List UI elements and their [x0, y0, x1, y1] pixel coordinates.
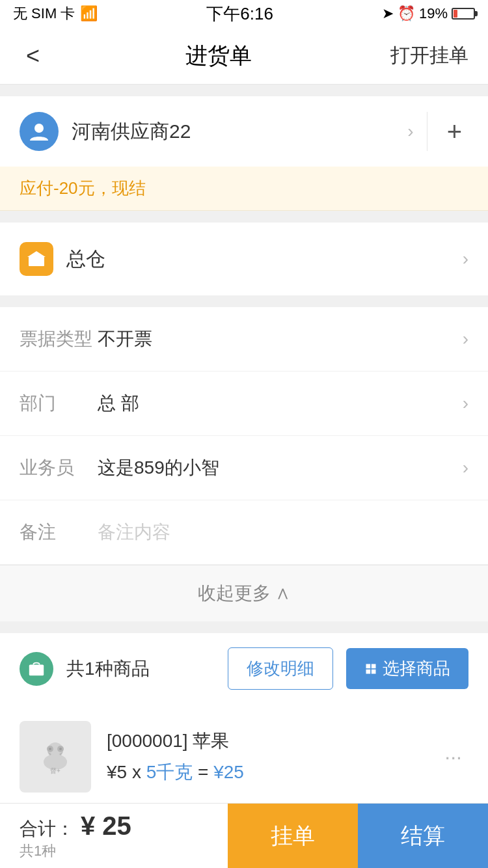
- warehouse-section: 总仓 ›: [0, 223, 488, 295]
- notice-bar: 应付-20元，现结: [0, 167, 488, 211]
- svg-rect-7: [366, 669, 371, 673]
- svg-rect-6: [372, 664, 376, 668]
- add-supplier-button[interactable]: +: [441, 117, 468, 146]
- invoice-value: 不开票: [98, 327, 463, 351]
- salesperson-value: 这是859的小智: [98, 455, 463, 480]
- nav-bar: < 进货单 打开挂单: [0, 27, 488, 85]
- svg-point-0: [34, 124, 44, 133]
- price-equals: =: [198, 762, 213, 782]
- remark-value[interactable]: 备注内容: [98, 520, 468, 545]
- wifi-icon: 📶: [80, 5, 98, 22]
- status-time: 下午6:16: [206, 3, 273, 25]
- warehouse-icon: [20, 242, 53, 276]
- collapse-label: 收起更多 ∧: [198, 583, 291, 603]
- product-name: [0000001] 苹果: [107, 729, 438, 753]
- svg-marker-2: [27, 251, 46, 257]
- top-divider: [0, 85, 488, 96]
- products-count: 共1种商品: [66, 657, 215, 681]
- price-unit: ¥5 x: [107, 762, 146, 782]
- supplier-divider: [427, 112, 427, 151]
- divider-1: [0, 211, 488, 223]
- dept-value: 总 部: [98, 391, 463, 416]
- svg-rect-4: [29, 664, 44, 675]
- price-total: ¥25: [213, 762, 244, 782]
- dept-label: 部门: [20, 391, 98, 416]
- status-right: ➤ ⏰ 19%: [382, 5, 475, 22]
- salesperson-label: 业务员: [20, 455, 98, 480]
- supplier-chevron: ›: [407, 121, 413, 142]
- select-product-button[interactable]: 选择商品: [346, 648, 468, 689]
- product-item: 督+ [0000001] 苹果 ¥5 x 5千克 = ¥25 ···: [0, 705, 488, 808]
- form-section: 票据类型 不开票 › 部门 总 部 › 业务员 这是859的小智 › 备注 备注…: [0, 307, 488, 621]
- product-more-button[interactable]: ···: [438, 739, 468, 776]
- supplier-row[interactable]: 河南供应商22 › +: [0, 96, 488, 167]
- products-section: 共1种商品 修改明细 选择商品 督+: [0, 633, 488, 808]
- back-button[interactable]: <: [20, 36, 46, 76]
- warehouse-name: 总仓: [66, 246, 463, 273]
- invoice-label: 票据类型: [20, 327, 98, 351]
- form-row-dept[interactable]: 部门 总 部 ›: [0, 372, 488, 436]
- status-carrier: 无 SIM 卡 📶: [13, 4, 98, 23]
- total-amount: ¥ 25: [81, 811, 131, 841]
- product-info: [0000001] 苹果 ¥5 x 5千克 = ¥25: [107, 729, 438, 785]
- open-hang-button[interactable]: 打开挂单: [390, 42, 468, 69]
- location-icon: ➤: [382, 5, 394, 22]
- bottom-bar: 合计： ¥ 25 共1种 挂单 结算: [0, 803, 488, 868]
- page-title: 进货单: [185, 41, 252, 71]
- svg-rect-8: [372, 669, 376, 673]
- product-price: ¥5 x 5千克 = ¥25: [107, 760, 438, 785]
- notice-text: 应付-20元，现结: [20, 178, 146, 198]
- warehouse-row[interactable]: 总仓 ›: [0, 223, 488, 295]
- hang-button[interactable]: 挂单: [228, 804, 358, 868]
- supplier-name: 河南供应商22: [72, 118, 407, 145]
- select-product-label: 选择商品: [383, 657, 450, 680]
- total-sub: 共1种: [20, 841, 208, 861]
- battery-percent: 19%: [419, 5, 448, 22]
- price-qty: 5千克: [146, 762, 193, 782]
- total-label: 合计：: [20, 817, 74, 841]
- svg-text:督+: 督+: [50, 767, 61, 774]
- form-row-remark[interactable]: 备注 备注内容: [0, 500, 488, 565]
- svg-rect-3: [34, 260, 39, 266]
- supplier-avatar: [20, 112, 59, 151]
- battery-icon: [452, 8, 475, 20]
- svg-point-12: [49, 748, 51, 750]
- warehouse-chevron: ›: [463, 249, 468, 269]
- collapse-toggle[interactable]: 收起更多 ∧: [0, 565, 488, 621]
- divider-3: [0, 621, 488, 633]
- form-row-salesperson[interactable]: 业务员 这是859的小智 ›: [0, 436, 488, 500]
- products-icon: [20, 652, 53, 686]
- product-code: [0000001] 苹果: [107, 731, 229, 751]
- carrier-text: 无 SIM 卡: [13, 4, 75, 23]
- svg-rect-5: [366, 664, 371, 668]
- total-section: 合计： ¥ 25 共1种: [0, 804, 228, 868]
- remark-label: 备注: [20, 520, 98, 545]
- alarm-icon: ⏰: [398, 5, 415, 22]
- salesperson-chevron: ›: [463, 457, 468, 478]
- products-header: 共1种商品 修改明细 选择商品: [0, 633, 488, 704]
- invoice-chevron: ›: [463, 329, 468, 349]
- supplier-section: 河南供应商22 › + 应付-20元，现结: [0, 96, 488, 211]
- svg-point-13: [59, 748, 62, 750]
- dept-chevron: ›: [463, 393, 468, 414]
- status-bar: 无 SIM 卡 📶 下午6:16 ➤ ⏰ 19%: [0, 0, 488, 27]
- divider-2: [0, 295, 488, 307]
- form-row-invoice[interactable]: 票据类型 不开票 ›: [0, 307, 488, 372]
- modify-detail-button[interactable]: 修改明细: [228, 647, 333, 690]
- checkout-button[interactable]: 结算: [358, 804, 488, 868]
- product-thumbnail: 督+: [20, 721, 91, 793]
